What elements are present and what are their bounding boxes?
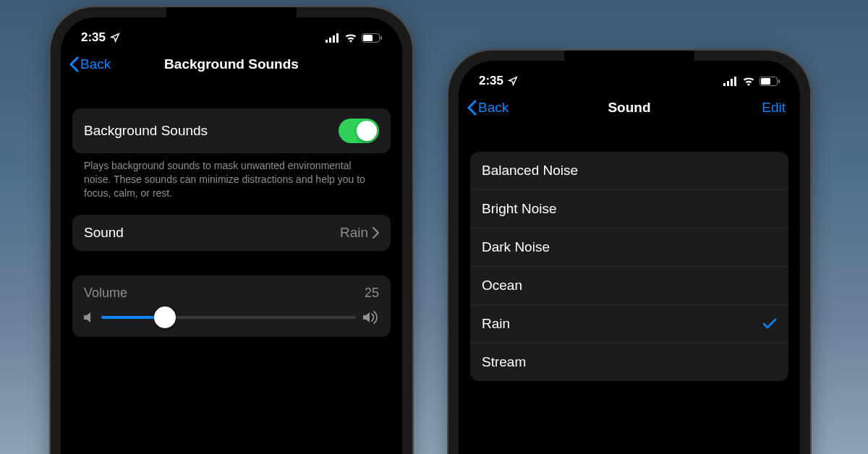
svg-rect-2 [333, 35, 335, 43]
sound-option-label: Balanced Noise [482, 163, 578, 179]
location-icon [110, 33, 120, 43]
toggle-switch[interactable] [339, 119, 379, 143]
status-bar: 2:35 [61, 17, 402, 49]
slider-thumb[interactable] [154, 307, 176, 328]
svg-rect-1 [329, 38, 331, 43]
cellular-icon [326, 33, 340, 43]
volume-value: 25 [365, 286, 379, 301]
sound-group: Sound Rain [72, 215, 391, 251]
svg-rect-3 [336, 33, 339, 43]
svg-rect-7 [723, 83, 726, 86]
battery-icon [362, 33, 382, 43]
sound-option-label: Rain [482, 316, 510, 332]
sound-option[interactable]: Ocean [470, 267, 788, 305]
svg-rect-5 [363, 35, 373, 41]
wifi-icon [344, 33, 357, 43]
svg-rect-12 [761, 78, 770, 85]
sound-list: Balanced NoiseBright NoiseDark NoiseOcea… [470, 152, 788, 381]
chevron-left-icon [467, 100, 477, 116]
nav-bar: Back Sound Edit [459, 93, 800, 126]
page-title: Background Sounds [164, 56, 299, 72]
sound-option[interactable]: Rain [470, 305, 788, 343]
back-label: Back [478, 100, 509, 116]
chevron-left-icon [69, 56, 79, 72]
sound-option[interactable]: Balanced Noise [470, 152, 788, 190]
sound-label: Sound [84, 225, 124, 241]
sound-option[interactable]: Dark Noise [470, 228, 788, 267]
sound-option[interactable]: Bright Noise [470, 190, 788, 228]
back-button[interactable]: Back [467, 100, 509, 116]
wifi-icon [742, 77, 755, 86]
status-time: 2:35 [479, 74, 503, 88]
toggle-group: Background Sounds [72, 108, 391, 153]
volume-label: Volume [84, 286, 127, 301]
volume-slider[interactable] [101, 316, 356, 319]
phone-right: 2:35 Back Sound Edit Balanced NoiseBrigh… [448, 51, 810, 454]
sound-row[interactable]: Sound Rain [72, 215, 391, 251]
chevron-right-icon [373, 227, 379, 239]
edit-button[interactable]: Edit [762, 100, 791, 116]
svg-rect-6 [380, 36, 382, 40]
status-time: 2:35 [81, 30, 106, 45]
background-sounds-toggle-row[interactable]: Background Sounds [72, 108, 391, 153]
battery-icon [760, 77, 780, 86]
volume-low-icon [84, 312, 94, 323]
footer-description: Plays background sounds to mask unwanted… [72, 153, 391, 215]
screen-right: 2:35 Back Sound Edit Balanced NoiseBrigh… [459, 61, 800, 454]
sound-value: Rain [340, 225, 368, 241]
cellular-icon [723, 77, 738, 86]
nav-bar: Back Background Sounds [61, 49, 402, 82]
svg-rect-13 [778, 80, 780, 83]
sound-option-label: Dark Noise [482, 239, 550, 255]
toggle-label: Background Sounds [84, 123, 208, 139]
phone-left: 2:35 Back Background Sounds Background S… [51, 7, 412, 454]
sound-option[interactable]: Stream [470, 343, 788, 381]
sound-option-label: Stream [482, 354, 526, 370]
svg-rect-10 [734, 77, 736, 86]
sound-option-label: Bright Noise [482, 201, 557, 217]
location-icon [508, 76, 518, 86]
check-icon [762, 318, 777, 330]
sound-option-label: Ocean [482, 278, 522, 294]
volume-group: Volume 25 [72, 275, 391, 337]
svg-rect-8 [727, 81, 729, 86]
page-title: Sound [608, 100, 650, 116]
status-bar: 2:35 [459, 61, 800, 93]
back-label: Back [80, 56, 111, 72]
volume-high-icon [363, 311, 379, 324]
back-button[interactable]: Back [69, 56, 111, 72]
svg-rect-0 [326, 40, 328, 43]
screen-left: 2:35 Back Background Sounds Background S… [61, 17, 402, 454]
svg-rect-9 [731, 79, 733, 86]
